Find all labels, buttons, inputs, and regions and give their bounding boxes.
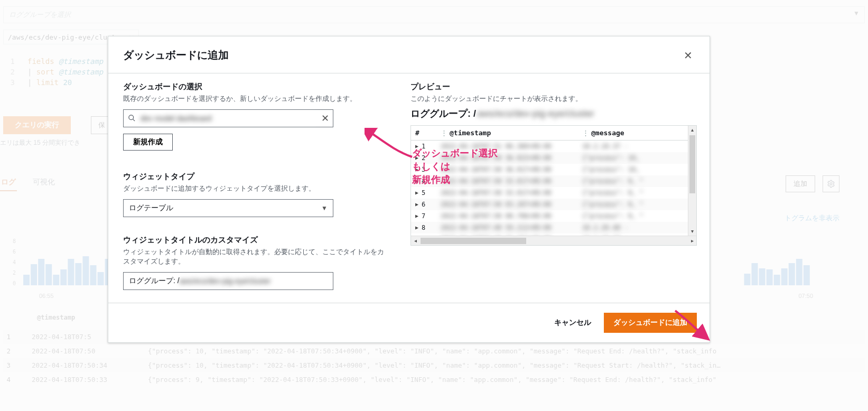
widget-type-title: ウィジェットタイプ	[123, 172, 389, 182]
scroll-right-icon[interactable]: ▸	[688, 236, 696, 246]
preview-row[interactable]: ▶42022-04-18T07:50 33.017+09:00{"process…	[411, 175, 696, 187]
scroll-up-icon[interactable]: ▴	[688, 126, 696, 134]
expand-row-icon[interactable]: ▶	[415, 178, 418, 184]
preview-row-ts: 2022-04-18T07:51 06.389+09:00	[441, 143, 582, 150]
create-new-dashboard-button[interactable]: 新規作成	[123, 134, 173, 151]
scroll-thumb[interactable]	[421, 238, 526, 244]
preview-row-num: 1	[422, 143, 425, 150]
preview-row-ts: 2022-04-18T07:50 36.023+09:00	[441, 154, 582, 162]
preview-horizontal-scrollbar[interactable]: ◂ ▸	[411, 236, 696, 245]
preview-headline-blurred: aws/ecs/dev-pig-eye/cluster	[477, 108, 594, 119]
preview-vertical-scrollbar[interactable]: ▴ ▾	[688, 126, 696, 236]
preview-thead: # ⋮@timestamp ⋮@message	[411, 126, 696, 141]
preview-row-num: 7	[422, 212, 425, 220]
preview-row[interactable]: ▶82022-04-18T07:49 59.212+09:0010.2.20.4…	[411, 222, 696, 233]
scroll-left-icon[interactable]: ◂	[411, 236, 419, 246]
search-icon	[124, 114, 139, 122]
svg-point-27	[128, 115, 133, 120]
preview-row-num: 2	[422, 154, 425, 162]
preview-row[interactable]: ▶22022-04-18T07:50 36.023+09:00{"process…	[411, 152, 696, 164]
preview-row[interactable]: ▶12022-04-18T07:51 06.389+09:0010.2.10.3…	[411, 141, 696, 152]
preview-headline-prefix: ロググループ: /	[410, 107, 476, 120]
clear-search-button[interactable]: ✕	[317, 112, 333, 125]
expand-row-icon[interactable]: ▶	[415, 143, 418, 149]
grip-icon: ⋮	[441, 129, 447, 137]
add-to-dashboard-modal: ダッシュボードに追加 ✕ ダッシュボードの選択 既存のダッシュボードを選択するか…	[108, 36, 710, 343]
grip-icon: ⋮	[582, 129, 589, 137]
preview-row-ts: 2022-04-18T07:49 59.212+09:00	[441, 224, 582, 231]
widget-title-prefix: ロググループ: /	[129, 276, 180, 286]
preview-row-msg: 10.2.20.40 -	[582, 224, 692, 231]
preview-row-ts: 2022-04-18T07:50 36.017+09:00	[441, 166, 582, 173]
preview-row[interactable]: ▶72022-04-18T07:50 00.706+09:00{"process…	[411, 210, 696, 222]
preview-headline: ロググループ: / aws/ecs/dev-pig-eye/cluster	[410, 107, 697, 120]
preview-col-num: #	[415, 129, 441, 137]
preview-row-num: 5	[422, 189, 425, 197]
preview-row[interactable]: ▶32022-04-18T07:50 36.017+09:00{"process…	[411, 164, 696, 175]
widget-title-input[interactable]: ロググループ: / aws/ecs/dev-pig-eye/cluster	[123, 272, 333, 290]
preview-row-msg: {"process": 9, "	[582, 201, 692, 208]
expand-row-icon[interactable]: ▶	[415, 213, 418, 219]
add-to-dashboard-confirm-button[interactable]: ダッシュボードに追加	[604, 313, 697, 333]
preview-row-ts: 2022-04-18T07:50 33.017+09:00	[441, 178, 582, 185]
widget-type-select[interactable]: ログテーブル ▼	[123, 199, 333, 217]
expand-row-icon[interactable]: ▶	[415, 201, 418, 207]
expand-row-icon[interactable]: ▶	[415, 155, 418, 161]
preview-table: # ⋮@timestamp ⋮@message ▶12022-04-18T07:…	[410, 125, 697, 246]
preview-row-num: 6	[422, 201, 425, 208]
preview-col-timestamp: @timestamp	[450, 129, 491, 137]
preview-row-msg: 10.2.10.37 -	[582, 143, 692, 150]
svg-line-28	[133, 119, 135, 122]
preview-row-ts: 2022-04-18T07:50 03.207+09:00	[441, 201, 582, 208]
select-dashboard-help: 既存のダッシュボードを選択するか、新しいダッシュボードを作成します。	[123, 94, 389, 104]
modal-close-button[interactable]: ✕	[682, 48, 695, 63]
dashboard-search-input-wrap[interactable]: ✕	[123, 109, 333, 127]
expand-row-icon[interactable]: ▶	[415, 190, 418, 195]
preview-row-num: 8	[422, 224, 425, 231]
cancel-button[interactable]: キャンセル	[547, 314, 599, 332]
widget-title-title: ウィジェットタイトルのカスタマイズ	[123, 235, 389, 245]
scroll-thumb[interactable]	[689, 135, 695, 193]
select-dashboard-title: ダッシュボードの選択	[123, 82, 389, 92]
preview-row-num: 4	[422, 178, 425, 185]
expand-row-icon[interactable]: ▶	[415, 225, 418, 230]
preview-row-msg: {"process": 9, "	[582, 178, 692, 185]
widget-type-help: ダッシュボードに追加するウィジェットタイプを選択します。	[123, 184, 389, 194]
preview-row-msg: {"process": 9, "	[582, 212, 692, 220]
preview-help: このようにダッシュボードにチャートが表示されます。	[410, 94, 697, 104]
preview-row[interactable]: ▶52022-04-18T07:50 33.017+09:00{"process…	[411, 187, 696, 199]
widget-title-help: ウィジェットタイトルが自動的に取得されます。必要に応じて、ここでタイトルをカスタ…	[123, 247, 389, 267]
preview-row-ts: 2022-04-18T07:50 33.017+09:00	[441, 189, 582, 197]
preview-row-ts: 2022-04-18T07:50 00.706+09:00	[441, 212, 582, 220]
preview-row-num: 3	[422, 166, 425, 173]
preview-row-msg: {"process": 10,	[582, 154, 692, 162]
widget-type-value: ログテーブル	[129, 203, 173, 213]
preview-row[interactable]: ▶62022-04-18T07:50 03.207+09:00{"process…	[411, 199, 696, 210]
widget-title-blurred: aws/ecs/dev-pig-eye/cluster	[180, 277, 271, 285]
chevron-down-icon: ▼	[321, 204, 328, 212]
modal-title: ダッシュボードに追加	[123, 48, 229, 62]
preview-row-msg: {"process": 9, "	[582, 189, 692, 197]
scroll-down-icon[interactable]: ▾	[688, 227, 696, 236]
preview-title: プレビュー	[410, 82, 697, 92]
dashboard-search-input[interactable]	[139, 114, 317, 123]
close-icon: ✕	[321, 113, 329, 124]
preview-col-message: @message	[591, 129, 624, 137]
close-icon: ✕	[684, 50, 693, 61]
preview-rows: ▶12022-04-18T07:51 06.389+09:0010.2.10.3…	[411, 141, 696, 245]
preview-row-msg: {"process": 10,	[582, 166, 692, 173]
expand-row-icon[interactable]: ▶	[415, 166, 418, 172]
